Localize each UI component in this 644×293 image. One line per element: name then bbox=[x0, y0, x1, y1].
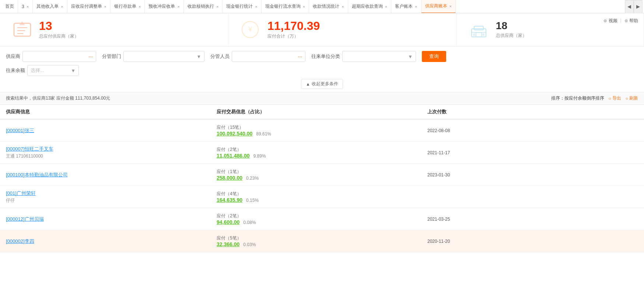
payable-label: 应付（2笔） bbox=[217, 146, 427, 153]
close-tab-collection-stats[interactable]: × bbox=[342, 4, 344, 9]
refresh-button[interactable]: ○ 刷新 bbox=[626, 95, 638, 101]
supplier-name-link[interactable]: [000007]恒旺二手叉车 bbox=[6, 146, 217, 152]
payable-info-cell: 应付（15笔）100,092,540.0089.61% bbox=[217, 124, 427, 137]
payable-amount-row: 100,092,540.0089.61% bbox=[217, 131, 427, 137]
nav-arrow-left[interactable]: ◀ bbox=[625, 0, 634, 13]
payable-amount[interactable]: 100,092,540.00 bbox=[217, 131, 252, 137]
collapse-button[interactable]: ▲ 收起更多条件 bbox=[301, 79, 343, 89]
nav-tab-other-income[interactable]: 其他收入单× bbox=[33, 0, 67, 13]
nav-tab-tab3[interactable]: 3× bbox=[18, 0, 33, 13]
close-tab-cash-bank-stats[interactable]: × bbox=[255, 4, 257, 9]
filter-label-supplier: 供应商 bbox=[6, 53, 20, 60]
stat-number-suppliers-payable: 13 bbox=[39, 20, 79, 32]
supplier-name-link[interactable]: [000012]广州贝瑞 bbox=[6, 216, 217, 223]
stat-content-suppliers-payable: 13 总应付供应商（家） bbox=[39, 20, 79, 39]
nav-arrow-right[interactable]: ▶ bbox=[634, 0, 643, 13]
supplier-name-link[interactable]: [000002]李四 bbox=[6, 238, 217, 245]
close-tab-customer-account[interactable]: × bbox=[415, 4, 417, 9]
payable-percentage: 9.89% bbox=[253, 154, 266, 159]
nav-tab-advance-collection[interactable]: 预收冲应收单× bbox=[145, 0, 183, 13]
close-tab-payable-adjust[interactable]: × bbox=[104, 4, 106, 9]
stat-label-suppliers-payable: 总应付供应商（家） bbox=[39, 33, 79, 39]
close-tab-cash-bank-flow[interactable]: × bbox=[303, 4, 305, 9]
header-actions: ⊙ 视频 | ⊙ 帮助 bbox=[603, 18, 638, 24]
stat-content-payable-total: 11,170.39 应付合计（万） bbox=[267, 20, 320, 39]
payable-info-cell: 应付（5笔）32,366.000.03% bbox=[217, 235, 427, 247]
dept-chevron-icon: ▼ bbox=[196, 54, 201, 59]
last-payment-cell: 2021-11-17 bbox=[427, 150, 638, 155]
supplier-input[interactable]: ··· bbox=[22, 51, 96, 62]
payable-label: 应付（1笔） bbox=[217, 169, 427, 175]
table-row: [000012]广州贝瑞应付（2笔）94,600.000.08%2021-03-… bbox=[0, 208, 644, 230]
close-tab-bank-deposit[interactable]: × bbox=[139, 4, 141, 9]
last-payment-cell: 2022-08-08 bbox=[427, 128, 638, 133]
filter-row-1: 供应商 ··· 分管部门 ▼ 分管人员 ··· 往来单位分类 ▼ 查询 bbox=[6, 51, 638, 62]
stat-block-payable-total: ¥ 11,170.39 应付合计（万） bbox=[228, 13, 457, 46]
top-navigation: 首页3×其他收入单×应收应付调整单×银行存款单×预收冲应收单×收款核销执行×现金… bbox=[0, 0, 644, 13]
payable-percentage: 0.23% bbox=[246, 176, 259, 181]
payable-info-cell: 应付（1笔）258,000.000.23% bbox=[217, 169, 427, 181]
person-input[interactable]: ··· bbox=[232, 51, 305, 62]
collapse-label: 收起更多条件 bbox=[312, 81, 338, 87]
nav-tab-customer-account[interactable]: 客户账本× bbox=[391, 0, 421, 13]
supplier-payable-icon bbox=[11, 19, 33, 41]
stat-label-total-suppliers: 总供应商（家） bbox=[496, 32, 527, 39]
last-payment-cell: 2020-11-20 bbox=[427, 239, 638, 244]
export-label: 导出 bbox=[612, 95, 621, 101]
payable-amount[interactable]: 32,366.00 bbox=[217, 241, 239, 247]
payable-amount[interactable]: 11,051,486.00 bbox=[217, 153, 250, 159]
supplier-name-link[interactable]: [000001]张三 bbox=[6, 127, 217, 134]
last-payment-cell: 2021-03-25 bbox=[427, 217, 638, 222]
nav-tab-payable-adjust[interactable]: 应收应付调整单× bbox=[67, 0, 111, 13]
results-bar: 搜索结果中，供应商13家 应付金额 111,703,854.00元 排序：按应付… bbox=[0, 92, 644, 105]
nav-tab-supplier-account[interactable]: 供应商账本× bbox=[421, 0, 456, 13]
category-select[interactable]: ▼ bbox=[342, 51, 416, 62]
sort-label[interactable]: 排序：按应付余额倒序排序 bbox=[551, 95, 604, 101]
nav-tab-overdue-collection[interactable]: 超期应收款查询× bbox=[348, 0, 391, 13]
person-input-dots: ··· bbox=[298, 54, 302, 59]
svg-text:¥: ¥ bbox=[248, 25, 252, 33]
stat-block-suppliers-payable: 13 总应付供应商（家） bbox=[0, 13, 228, 46]
filter-label-balance: 往来余额 bbox=[6, 67, 25, 74]
close-tab-advance-collection[interactable]: × bbox=[177, 4, 179, 9]
nav-tab-bank-deposit[interactable]: 银行存款单× bbox=[111, 0, 145, 13]
payable-percentage: 0.15% bbox=[246, 198, 259, 203]
balance-select[interactable]: 选择... ▼ bbox=[27, 65, 79, 76]
stats-header: 13 总应付供应商（家） ¥ 11,170.39 应付合计（万） bbox=[0, 13, 644, 46]
nav-tab-cash-bank-stats[interactable]: 现金银行统计× bbox=[223, 0, 261, 13]
payable-percentage: 89.61% bbox=[256, 131, 271, 137]
svg-rect-11 bbox=[473, 34, 475, 36]
payable-info-cell: 应付（2笔）11,051,486.009.89% bbox=[217, 146, 427, 159]
close-tab-supplier-account[interactable]: × bbox=[449, 4, 452, 8]
nav-tab-home[interactable]: 首页 bbox=[1, 0, 18, 13]
video-link[interactable]: ⊙ 视频 bbox=[603, 18, 617, 24]
table-row: [000001]张三应付（15笔）100,092,540.0089.61%202… bbox=[0, 120, 644, 142]
nav-tab-collection-execute[interactable]: 收款核销执行× bbox=[184, 0, 223, 13]
close-tab-other-income[interactable]: × bbox=[61, 4, 63, 9]
payable-label: 应付（4笔） bbox=[217, 191, 427, 197]
close-tab-overdue-collection[interactable]: × bbox=[385, 4, 387, 9]
close-tab-tab3[interactable]: × bbox=[27, 4, 29, 9]
supplier-info-cell: [000100]本特勤油品有限公司 bbox=[6, 172, 217, 178]
supplier-sub-info: 仔仔 bbox=[6, 197, 217, 204]
nav-tab-collection-stats[interactable]: 收款情况统计× bbox=[309, 0, 348, 13]
table-row: [000007]恒旺二手叉车王通 17106110000应付（2笔）11,051… bbox=[0, 142, 644, 164]
payable-amount[interactable]: 258,000.00 bbox=[217, 175, 242, 181]
table-row: [000002]李四应付（5笔）32,366.000.03%2020-11-20 bbox=[0, 230, 644, 252]
dept-select[interactable]: ▼ bbox=[123, 51, 204, 62]
supplier-name-link[interactable]: [000100]本特勤油品有限公司 bbox=[6, 172, 217, 178]
close-tab-collection-execute[interactable]: × bbox=[216, 4, 218, 9]
export-icon: ○ bbox=[609, 96, 611, 101]
filter-label-person: 分管人员 bbox=[210, 53, 230, 60]
payable-label: 应付（2笔） bbox=[217, 213, 427, 219]
export-button[interactable]: ○ 导出 bbox=[609, 95, 621, 101]
help-link[interactable]: ⊙ 帮助 bbox=[624, 18, 638, 24]
payable-amount[interactable]: 94,600.00 bbox=[217, 219, 239, 225]
nav-tab-cash-bank-flow[interactable]: 现金银行流水查询× bbox=[262, 0, 309, 13]
supplier-info-cell: [000012]广州贝瑞 bbox=[6, 216, 217, 223]
supplier-name-link[interactable]: [001]广州荣轩 bbox=[6, 190, 217, 197]
category-chevron-icon: ▼ bbox=[408, 54, 413, 59]
query-button[interactable]: 查询 bbox=[422, 51, 446, 62]
payable-amount[interactable]: 164,635.90 bbox=[217, 197, 242, 203]
supplier-info-cell: [000002]李四 bbox=[6, 238, 217, 245]
